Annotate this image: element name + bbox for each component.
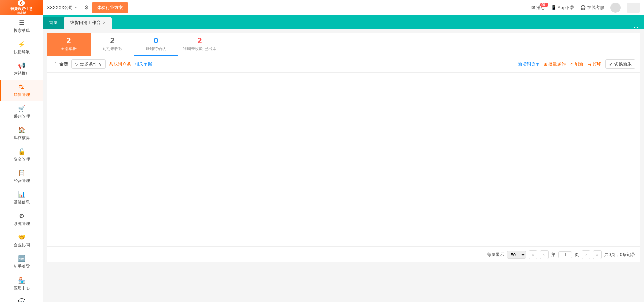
stats-overdue-num: 2 (110, 36, 114, 45)
sidebar-item-finance[interactable]: 🔒 资金管理 (0, 144, 43, 166)
table-icon: 📊 (18, 191, 25, 198)
online-service-label: 在线客服 (587, 5, 604, 11)
found-count: 0 (123, 61, 126, 66)
toolbar: 全选 ▽ 更多条件 ∨ 共找到 0 条 相关单据 ＋ 新增销货单 ⊞ 批量操作 (47, 56, 640, 72)
page-suffix: 页 (575, 252, 579, 258)
message-button[interactable]: ✉ 消息 99+ (531, 5, 545, 11)
stats-pending-num: 0 (154, 36, 158, 45)
toolbar-left: 全选 ▽ 更多条件 ∨ 共找到 0 条 相关单据 (52, 59, 509, 69)
switch-version-button[interactable]: ⤢ 切换新版 (605, 59, 635, 69)
sidebar-item-search[interactable]: ☰ 搜索菜单 (0, 15, 43, 37)
select-all-checkbox[interactable] (52, 62, 56, 66)
chevron-down-icon: ▾ (75, 6, 77, 9)
sidebar-item-label-purchase: 采购管理 (14, 114, 30, 119)
sidebar-item-label-app: 应用中心 (14, 285, 30, 291)
switch-icon: ⤢ (609, 62, 613, 67)
settings-icon[interactable]: ⚙ (81, 2, 92, 13)
table-area (47, 72, 640, 247)
sidebar-item-label-guide: 新手引导 (14, 264, 30, 269)
trial-button[interactable]: 体验行业方案 (92, 2, 128, 13)
per-page-select[interactable]: 50 10 20 100 (507, 251, 526, 259)
app-download-button[interactable]: 📱 App下载 (551, 5, 574, 11)
print-icon: 🖨 (587, 62, 592, 67)
logo-sub: 标准版 (17, 11, 26, 15)
print-label: 打印 (593, 61, 601, 67)
sidebar-item-label-operations: 经营管理 (14, 178, 30, 184)
batch-operation-button[interactable]: ⊞ 批量操作 (544, 61, 566, 67)
search-icon: ☰ (19, 19, 24, 26)
tab-minimize-button[interactable]: — (620, 23, 631, 29)
stats-tabs: 2 全部单据 2 到期未收款 0 旺辅待确认 2 到期未收款 已出库 (47, 33, 640, 56)
batch-icon: ⊞ (544, 62, 547, 67)
tab-work[interactable]: 钱货日清工作台 ✕ (64, 17, 112, 29)
found-prefix: 共找到 (109, 61, 122, 66)
sidebar-item-label-basic: 基础信息 (14, 199, 30, 205)
sidebar-item-marketing[interactable]: 📢 营销推广 (0, 58, 43, 80)
related-link[interactable]: 相关单据 (135, 61, 152, 67)
found-text: 共找到 0 条 (109, 61, 131, 67)
next-page-button[interactable]: > (582, 250, 590, 259)
filter-icon: ▽ (75, 62, 78, 67)
gear-icon: ⚙ (19, 212, 24, 220)
stats-overdue-out-num: 2 (197, 36, 202, 45)
online-service-button[interactable]: 🎧 在线客服 (580, 5, 604, 11)
sidebar-item-guide[interactable]: 🆕 新手引导 (0, 251, 43, 273)
lightning-icon: ⚡ (18, 41, 25, 48)
sidebar-item-weixin[interactable]: 💬 企业微信 (0, 294, 43, 302)
stats-pending-label: 旺辅待确认 (146, 46, 166, 52)
found-unit: 条 (127, 61, 131, 66)
filter-label: 更多条件 (80, 61, 97, 67)
sidebar-item-inventory[interactable]: 🏠 库存核算 (0, 123, 43, 144)
nav-tabs: 首页 钱货日清工作台 ✕ — ⛶ (43, 15, 644, 29)
filter-button[interactable]: ▽ 更多条件 ∨ (71, 59, 106, 69)
first-page-button[interactable]: « (529, 250, 537, 259)
sidebar-item-system[interactable]: ⚙ 系统管理 (0, 208, 43, 230)
sidebar-item-label-search: 搜索菜单 (14, 28, 30, 34)
message-badge: 99+ (540, 3, 548, 7)
avatar[interactable] (610, 3, 621, 13)
sidebar-item-operations[interactable]: 📋 经营管理 (0, 166, 43, 187)
handshake-icon: 🤝 (18, 234, 25, 241)
tab-close-icon[interactable]: ✕ (103, 21, 106, 25)
message-icon: ✉ (531, 5, 535, 10)
refresh-button[interactable]: ↻ 刷新 (570, 61, 583, 67)
new-icon: 🆕 (18, 255, 25, 262)
add-sale-button[interactable]: ＋ 新增销货单 (513, 61, 540, 67)
page-number-input[interactable] (558, 251, 572, 258)
logo: 6 畅捷通好生意 标准版 (0, 0, 43, 15)
select-all-label: 全选 (59, 61, 68, 67)
sidebar-item-basic-info[interactable]: 📊 基础信息 (0, 187, 43, 208)
sidebar-item-label-inventory: 库存核算 (14, 135, 30, 141)
sidebar-item-cooperation[interactable]: 🤝 企业协同 (0, 230, 43, 251)
sidebar-item-quick-nav[interactable]: ⚡ 快捷导航 (0, 37, 43, 58)
stats-tab-overdue[interactable]: 2 到期未收款 (91, 33, 134, 56)
tab-home[interactable]: 首页 (43, 17, 64, 29)
sidebar-item-app-center[interactable]: 🏪 应用中心 (0, 273, 43, 294)
cart-icon: 🛒 (18, 105, 25, 112)
company-selector[interactable]: XXXXXX公司 ▾ (43, 5, 81, 11)
last-page-button[interactable]: » (593, 250, 602, 259)
sidebar-item-purchase[interactable]: 🛒 采购管理 (0, 101, 43, 123)
filter-chevron-icon: ∨ (99, 62, 102, 67)
tab-maximize-button[interactable]: ⛶ (631, 23, 641, 29)
stats-tab-overdue-out[interactable]: 2 到期未收款 已出库 (178, 33, 221, 56)
stats-overdue-label: 到期未收款 (102, 46, 122, 52)
company-name: XXXXXX公司 (47, 5, 73, 11)
sidebar-item-label-sales: 销售管理 (14, 92, 30, 98)
sidebar-item-sales[interactable]: 🛍 销售管理 (0, 80, 43, 101)
stats-overdue-out-label: 到期未收款 已出库 (183, 46, 216, 52)
prev-page-button[interactable]: < (540, 250, 549, 259)
megaphone-icon: 📢 (18, 62, 25, 69)
batch-label: 批量操作 (548, 61, 566, 67)
stats-tab-pending[interactable]: 0 旺辅待确认 (134, 33, 178, 56)
stats-tab-all[interactable]: 2 全部单据 (47, 33, 91, 56)
plus-icon: ＋ (513, 61, 517, 67)
app-icon: 📱 (551, 5, 556, 10)
refresh-icon: ↻ (570, 62, 574, 67)
sidebar: ☰ 搜索菜单 ⚡ 快捷导航 📢 营销推广 🛍 销售管理 🛒 采购管理 🏠 库存核… (0, 15, 43, 302)
print-button[interactable]: 🖨 打印 (587, 61, 601, 67)
store-icon: 🏪 (18, 277, 25, 284)
sidebar-item-label-quick: 快捷导航 (14, 49, 30, 55)
user-name-display (627, 3, 640, 13)
clipboard-icon: 📋 (18, 169, 25, 177)
